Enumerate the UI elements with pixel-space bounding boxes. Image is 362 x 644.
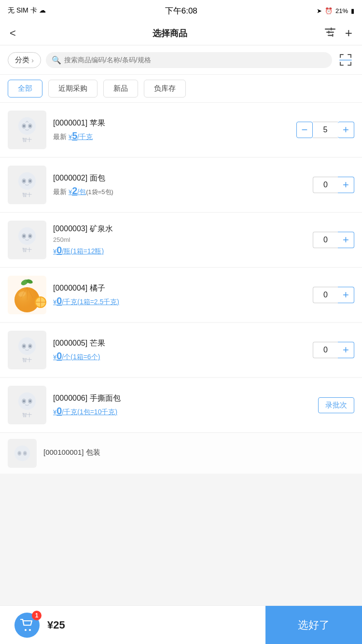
status-time: 下午6:08 <box>165 5 197 16</box>
batch-button[interactable]: 录批次 <box>318 397 354 413</box>
owl-placeholder <box>14 445 31 462</box>
nav-right: + <box>324 26 352 41</box>
svg-rect-2 <box>328 35 333 36</box>
qty-plus-button[interactable]: + <box>338 122 354 138</box>
svg-rect-0 <box>325 28 335 30</box>
svg-point-34 <box>23 236 25 237</box>
owl-placeholder: 智十 <box>17 171 37 198</box>
orange-image-svg <box>8 276 46 314</box>
product-item-0000006: 智十 [0000006] 手撕面包 ¥0/千克(1包=10千克) 录批次 <box>0 378 362 432</box>
product-item-0000001: 智十 [0000001] 苹果 最新 ¥5/千克 − + <box>0 103 362 157</box>
product-image-0000004 <box>8 276 46 314</box>
product-info-000100001: [000100001] 包装 <box>43 448 354 459</box>
svg-point-50 <box>18 392 36 410</box>
filter-bar: 分类 › 🔍 <box>0 45 362 75</box>
owl-placeholder: 智十 <box>17 392 37 419</box>
svg-point-60 <box>18 452 21 455</box>
nav-bar: < 选择商品 + <box>0 21 362 45</box>
product-price: 最新 ¥2/包(1袋=5包) <box>53 185 306 196</box>
status-right: ➤ ⏰ 21% ▮ <box>317 7 354 14</box>
batch-btn-wrap: 录批次 <box>318 397 354 413</box>
svg-point-15 <box>18 117 36 135</box>
tab-all[interactable]: 全部 <box>8 80 42 98</box>
svg-rect-4 <box>328 30 330 33</box>
search-input[interactable] <box>64 56 326 64</box>
product-name: [0000004] 橘子 <box>53 283 306 294</box>
product-price: ¥0/个(1箱=6个) <box>53 350 306 362</box>
qty-minus-button[interactable]: − <box>296 122 313 138</box>
product-price: ¥0/千克(1箱=2.5千克) <box>53 295 306 307</box>
svg-point-27 <box>23 181 25 182</box>
svg-point-21 <box>29 126 31 127</box>
location-icon: ➤ <box>317 7 322 14</box>
product-info-0000005: [0000005] 芒果 ¥0/个(1箱=6个) <box>53 338 306 362</box>
qty-input[interactable] <box>313 232 338 248</box>
product-list: 智十 [0000001] 苹果 最新 ¥5/千克 − + <box>0 103 362 474</box>
cart-icon <box>20 619 34 631</box>
product-price: ¥0/千克(1包=10千克) <box>53 406 311 417</box>
svg-point-63 <box>29 629 31 631</box>
qty-plus-button[interactable]: + <box>338 232 354 248</box>
tab-recent[interactable]: 近期采购 <box>48 80 97 98</box>
product-name: [0000002] 面包 <box>53 173 306 183</box>
svg-rect-13 <box>350 62 351 66</box>
product-image-0000006: 智十 <box>8 386 46 424</box>
product-image-0000005: 智十 <box>8 331 46 369</box>
qty-input[interactable] <box>313 342 338 358</box>
svg-point-48 <box>23 346 25 347</box>
product-image-0000001: 智十 <box>8 111 46 149</box>
qty-input[interactable] <box>313 177 338 193</box>
qty-plus-button[interactable]: + <box>338 177 354 193</box>
owl-placeholder: 智十 <box>17 226 37 253</box>
bottom-bar: 1 ¥25 选好了 <box>0 605 362 644</box>
product-name: [000100001] 包装 <box>43 448 354 457</box>
product-info-0000001: [0000001] 苹果 最新 ¥5/千克 <box>53 118 290 141</box>
cart-total: ¥25 <box>47 619 65 631</box>
filter-icon[interactable] <box>324 27 336 40</box>
qty-control-0000004: + <box>313 287 354 303</box>
qty-control-0000003: + <box>313 232 354 248</box>
battery-icon: ▮ <box>351 7 354 14</box>
qty-control-0000002: + <box>313 177 354 193</box>
svg-point-28 <box>29 181 31 182</box>
tabs-bar: 全部 近期采购 新品 负库存 <box>0 75 362 103</box>
svg-rect-5 <box>332 34 334 37</box>
page-title: 选择商品 <box>153 28 187 39</box>
svg-rect-14 <box>339 60 352 61</box>
add-button[interactable]: + <box>345 26 352 41</box>
svg-rect-11 <box>340 62 341 66</box>
svg-point-49 <box>29 346 31 347</box>
qty-input[interactable] <box>313 287 338 303</box>
status-bar: 无 SIM 卡 ☁ 下午6:08 ➤ ⏰ 21% ▮ <box>0 0 362 21</box>
back-button[interactable]: < <box>10 27 16 40</box>
search-icon: 🔍 <box>52 56 61 65</box>
product-item-000100001: [000100001] 包装 <box>0 433 362 474</box>
product-price: 最新 ¥5/千克 <box>53 130 290 141</box>
scan-button[interactable] <box>337 51 354 69</box>
tab-new[interactable]: 新品 <box>103 80 138 98</box>
no-sim-text: 无 SIM 卡 ☁ <box>8 6 46 15</box>
cart-button[interactable]: 1 <box>14 613 40 638</box>
svg-point-62 <box>25 629 27 631</box>
product-image-0000002: 智十 <box>8 166 46 204</box>
category-button[interactable]: 分类 › <box>8 52 41 68</box>
svg-rect-9 <box>350 54 351 58</box>
qty-input[interactable] <box>313 122 338 138</box>
product-image-000100001 <box>8 439 37 468</box>
confirm-button[interactable]: 选好了 <box>265 606 362 644</box>
svg-point-61 <box>24 452 26 455</box>
product-item-0000005: 智十 [0000005] 芒果 ¥0/个(1箱=6个) + <box>0 323 362 377</box>
product-item-0000004: [0000004] 橘子 ¥0/千克(1箱=2.5千克) + <box>0 268 362 322</box>
product-price: ¥0/瓶(1箱=12瓶) <box>53 245 306 256</box>
qty-plus-button[interactable]: + <box>338 287 354 303</box>
svg-point-20 <box>23 126 25 127</box>
qty-control-0000001: − + <box>296 122 354 138</box>
battery-text: 21% <box>335 7 348 14</box>
qty-plus-button[interactable]: + <box>338 342 354 358</box>
search-box: 🔍 <box>46 52 332 68</box>
cart-area: 1 ¥25 <box>0 613 265 638</box>
svg-point-22 <box>18 172 36 190</box>
svg-point-57 <box>14 446 30 462</box>
svg-rect-7 <box>340 54 341 58</box>
tab-negative[interactable]: 负库存 <box>144 80 186 98</box>
